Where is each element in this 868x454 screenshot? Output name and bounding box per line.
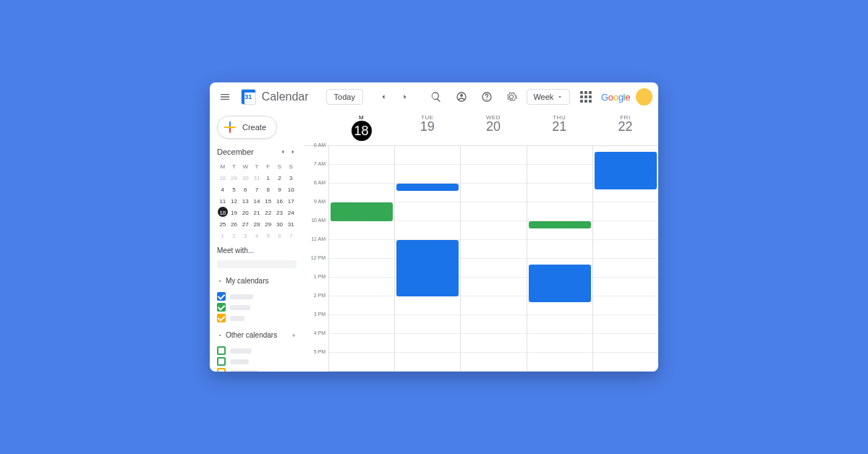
hour-label: 6 AM: [304, 142, 328, 161]
calendar-event[interactable]: [529, 221, 591, 228]
calendar-item[interactable]: [217, 314, 297, 322]
hour-label: 1 PM: [304, 274, 328, 293]
calendar-checkbox[interactable]: [217, 292, 226, 301]
mini-day[interactable]: 12: [229, 195, 239, 205]
mini-day[interactable]: 7: [252, 184, 262, 194]
calendar-item[interactable]: [217, 292, 297, 301]
mini-calendar[interactable]: MTWTFSS282930311234567891011121314151617…: [217, 162, 297, 241]
calendar-checkbox[interactable]: [217, 314, 226, 322]
calendar-item[interactable]: [217, 357, 297, 366]
day-column[interactable]: [460, 146, 526, 372]
mini-day[interactable]: 3: [240, 230, 250, 240]
prev-week-button[interactable]: [373, 87, 393, 107]
day-column[interactable]: [592, 146, 658, 372]
mini-day[interactable]: 25: [218, 218, 228, 228]
settings-button[interactable]: [502, 87, 522, 107]
mini-day[interactable]: 6: [240, 184, 250, 194]
mini-day[interactable]: 14: [252, 195, 262, 205]
mini-day[interactable]: 18: [218, 207, 228, 217]
mini-day[interactable]: 9: [274, 184, 284, 194]
mini-day[interactable]: 16: [274, 195, 284, 205]
meet-with-input[interactable]: [217, 260, 297, 268]
mini-day[interactable]: 29: [263, 218, 273, 228]
mini-day[interactable]: 24: [286, 207, 296, 217]
day-column[interactable]: [527, 146, 592, 372]
help-button[interactable]: [477, 87, 496, 107]
calendar-event[interactable]: [396, 240, 459, 296]
my-calendars-header[interactable]: My calendars: [217, 277, 297, 285]
time-grid[interactable]: 6 AM7 AM8 AM9 AM10 AM11 AM12 PM1 PM2 PM3…: [304, 145, 658, 372]
day-header[interactable]: TUE19: [394, 111, 460, 145]
calendar-main: M18TUE19WED20THU21FRI22 6 AM7 AM8 AM9 AM…: [304, 111, 658, 372]
mini-day[interactable]: 30: [274, 218, 284, 228]
mini-day[interactable]: 10: [286, 184, 296, 194]
mini-day[interactable]: 21: [252, 207, 262, 217]
mini-day[interactable]: 1: [263, 172, 273, 182]
mini-day[interactable]: 4: [252, 230, 262, 240]
calendar-name-placeholder: [230, 294, 253, 299]
mini-day[interactable]: 22: [263, 207, 273, 217]
day-header[interactable]: THU21: [527, 111, 592, 145]
create-button[interactable]: Create: [217, 116, 277, 139]
calendar-checkbox[interactable]: [217, 368, 226, 372]
hour-label: 3 PM: [304, 312, 328, 330]
calendar-checkbox[interactable]: [217, 303, 226, 312]
day-header[interactable]: M18: [328, 111, 394, 145]
main-menu-button[interactable]: [216, 87, 235, 107]
day-column[interactable]: [328, 146, 394, 372]
day-column[interactable]: [394, 146, 460, 372]
mini-day[interactable]: 23: [274, 207, 284, 217]
mini-day[interactable]: 5: [229, 184, 239, 194]
mini-day[interactable]: 1: [218, 230, 228, 240]
chevron-right-icon: [401, 93, 409, 101]
mini-day[interactable]: 26: [229, 218, 239, 228]
mini-next-month[interactable]: [289, 148, 297, 155]
mini-day[interactable]: 27: [240, 218, 250, 228]
today-button[interactable]: Today: [326, 89, 363, 105]
mini-day[interactable]: 19: [229, 207, 239, 217]
mini-day[interactable]: 17: [286, 195, 296, 205]
mini-day[interactable]: 28: [252, 218, 262, 228]
google-logo: Google: [601, 92, 630, 103]
calendar-item[interactable]: [217, 346, 297, 355]
mini-day[interactable]: 31: [286, 218, 296, 228]
calendar-checkbox[interactable]: [217, 346, 226, 355]
mini-day[interactable]: 8: [263, 184, 273, 194]
day-header[interactable]: FRI22: [592, 111, 658, 145]
calendar-event[interactable]: [529, 265, 591, 302]
calendar-checkbox[interactable]: [217, 357, 226, 366]
mini-day[interactable]: 7: [286, 230, 296, 240]
calendar-name-placeholder: [230, 305, 250, 310]
search-button[interactable]: [427, 87, 446, 107]
other-calendars-header[interactable]: Other calendars: [217, 331, 297, 339]
day-header[interactable]: WED20: [460, 111, 526, 145]
mini-day[interactable]: 30: [240, 172, 250, 182]
mini-day[interactable]: 28: [218, 172, 228, 182]
calendar-event[interactable]: [595, 152, 657, 189]
mini-day[interactable]: 15: [263, 195, 273, 205]
mini-day[interactable]: 29: [229, 172, 239, 182]
calendar-event[interactable]: [331, 202, 393, 221]
add-calendar-button[interactable]: [291, 333, 297, 338]
view-switcher[interactable]: Week: [527, 89, 570, 105]
calendar-logo: 31: [241, 89, 256, 105]
next-week-button[interactable]: [395, 87, 415, 107]
support-button[interactable]: [452, 87, 472, 107]
mini-prev-month[interactable]: [279, 148, 286, 155]
mini-day[interactable]: 31: [252, 172, 262, 182]
mini-day[interactable]: 11: [218, 195, 228, 205]
day-number: 22: [592, 119, 658, 134]
calendar-item[interactable]: [217, 368, 297, 372]
account-avatar[interactable]: [636, 88, 652, 106]
mini-day[interactable]: 2: [274, 172, 284, 182]
mini-day[interactable]: 3: [286, 172, 296, 182]
google-apps-button[interactable]: [576, 87, 595, 107]
mini-day[interactable]: 6: [274, 230, 284, 240]
mini-day[interactable]: 20: [240, 207, 250, 217]
mini-day[interactable]: 2: [229, 230, 239, 240]
mini-day[interactable]: 4: [218, 184, 228, 194]
mini-day[interactable]: 13: [240, 195, 250, 205]
mini-day[interactable]: 5: [263, 230, 273, 240]
calendar-event[interactable]: [396, 184, 459, 191]
calendar-item[interactable]: [217, 303, 297, 312]
